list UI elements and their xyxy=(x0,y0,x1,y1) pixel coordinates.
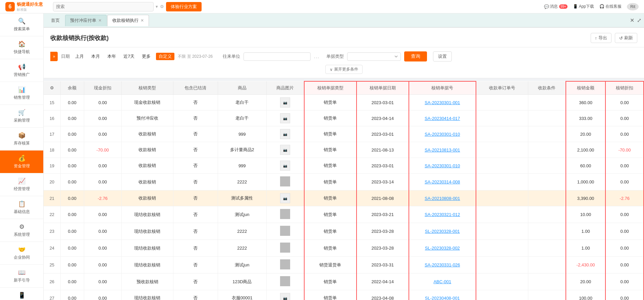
sidebar-item-快捷导航[interactable]: 🏠 快捷导航 xyxy=(0,36,43,59)
tab-close-icon[interactable]: ✕ xyxy=(141,18,144,23)
bill-no-link[interactable]: SA-20230331-026 xyxy=(425,262,460,267)
cell-核销类型: 预收款核销 xyxy=(121,273,173,290)
cell-核销单据类型: 销货单 xyxy=(304,273,357,290)
sidebar-icon: 🔍 xyxy=(18,17,25,25)
date-last-month[interactable]: 上月 xyxy=(73,53,86,60)
sidebar-item-经营管理[interactable]: 📈 经营管理 xyxy=(0,173,43,196)
tab-预付冲应付单[interactable]: 预付冲应付单 ✕ xyxy=(65,15,107,26)
bill-no-link[interactable]: SA-20210813-001 xyxy=(425,147,460,153)
bill-no-link[interactable]: SL-20230328-001 xyxy=(425,229,460,234)
cell-核销单据日期: 2022-04-14 xyxy=(357,273,409,290)
product-image-placeholder: 📷 xyxy=(280,293,290,300)
sidebar-item-智能硬件[interactable]: 📱 智能硬件 xyxy=(0,288,43,300)
sidebar-item-系统管理[interactable]: ⚙ 系统管理 xyxy=(0,219,43,242)
tab-home[interactable]: 首页 xyxy=(46,15,64,26)
dropdown-icon[interactable]: ▾ xyxy=(156,4,158,9)
close-tab-icon[interactable]: ✕ xyxy=(630,17,634,24)
bill-no-link[interactable]: SL-20230328-002 xyxy=(425,246,460,251)
sidebar-item-新手引导[interactable]: 📖 新手引导 xyxy=(0,265,43,288)
bill-type-select[interactable] xyxy=(347,52,401,61)
cell-现金折扣: 0.00 xyxy=(84,95,121,111)
table-row: 230.000.00现结收款核销否2222销货单2023-03-28SL-202… xyxy=(44,223,644,240)
cell-包含已结清: 否 xyxy=(173,190,218,206)
filter-toggle-button[interactable]: » xyxy=(50,52,58,61)
query-button[interactable]: 查询 xyxy=(404,51,427,61)
date-custom[interactable]: 自定义 xyxy=(156,53,174,60)
product-image-thumbnail xyxy=(280,176,290,186)
tab-收款核销执行[interactable]: 收款核销执行 ✕ xyxy=(107,15,149,26)
sidebar-item-营销推广[interactable]: 📢 营销推广 xyxy=(0,59,43,82)
sidebar-item-采购管理[interactable]: 🛒 采购管理 xyxy=(0,105,43,128)
bill-no-link[interactable]: SA-20230321-012 xyxy=(425,212,460,217)
filter-bar: » 日期 上月 本月 本年 近7天 更多 自定义 不限 至 2023-07-26… xyxy=(44,47,644,78)
tab-close-icon[interactable]: ✕ xyxy=(98,18,102,23)
cell-核销单据日期: 2023-03-14 xyxy=(357,174,409,190)
from-unit-input[interactable] xyxy=(244,52,311,61)
col-header-核销单据号: 核销单据号 xyxy=(409,81,476,95)
setting-button[interactable]: 设置 xyxy=(433,51,452,61)
bill-no-link[interactable]: SA-20210808-001 xyxy=(425,196,460,201)
cell-收款单订单号 xyxy=(476,240,528,257)
col-header-现金折扣: 现金折扣 xyxy=(84,81,121,95)
sidebar-item-搜索菜单[interactable]: 🔍 搜索菜单 xyxy=(0,13,43,36)
date-this-year[interactable]: 本年 xyxy=(105,53,118,60)
col-header-收款条件: 收款条件 xyxy=(528,81,566,95)
bill-no-link[interactable]: SA-20230414-017 xyxy=(425,116,460,121)
date-more[interactable]: 更多 xyxy=(140,53,153,60)
table-row: 270.000.00现结收款核销否衣服00001📷销货单2023-04-08SL… xyxy=(44,290,644,300)
message-icon-btn[interactable]: 💬 消息 99+ xyxy=(544,4,568,9)
user-avatar[interactable]: Rit xyxy=(627,3,639,10)
sidebar-item-基础信息[interactable]: 📋 基础信息 xyxy=(0,196,43,219)
app-name: 畅捷通好生意 xyxy=(17,1,43,7)
settings-icon[interactable]: ⚙ xyxy=(160,4,164,9)
date-this-month[interactable]: 本月 xyxy=(89,53,102,60)
cell-核销单据类型: 销货单 xyxy=(304,190,357,206)
solution-button[interactable]: 体验行业方案 xyxy=(166,2,202,11)
cell-核销单据号: SA-20230331-026 xyxy=(409,257,476,273)
bill-no-link[interactable]: SA-20230301-010 xyxy=(425,132,460,137)
bill-no-link[interactable]: SA-20230301-001 xyxy=(425,100,460,105)
sidebar-item-企业协同[interactable]: 🤝 企业协同 xyxy=(0,242,43,265)
cell-核销单据日期: 2023-03-01 xyxy=(357,126,409,142)
bill-no-link[interactable]: SA-20230314-008 xyxy=(425,179,460,184)
cell-核销单据日期: 2021-08-08 xyxy=(357,190,409,206)
online-service-btn[interactable]: 🎧 在线客服 xyxy=(599,4,622,9)
cell-包含已结清: 否 xyxy=(173,223,218,240)
app-download-btn[interactable]: 📱 App下载 xyxy=(573,4,594,9)
date-7days[interactable]: 近7天 xyxy=(121,53,137,60)
cell-收款条件 xyxy=(528,223,566,240)
top-bar-actions: 💬 消息 99+ 📱 App下载 🎧 在线客服 Rit xyxy=(544,3,639,10)
cell-商品图片: 📷 xyxy=(266,142,304,158)
col-header-核销折扣: 核销折扣 xyxy=(605,81,644,95)
cell-收款单订单号 xyxy=(476,290,528,300)
sidebar: 🔍 搜索菜单🏠 快捷导航📢 营销推广📊 销售管理🛒 采购管理📦 库存核算💰 资金… xyxy=(0,13,44,300)
expand-conditions-button[interactable]: ∨ 展开更多条件 xyxy=(325,65,363,74)
cell-核销单据类型: 销货单 xyxy=(304,223,357,240)
cell-商品: 2222 xyxy=(218,174,266,190)
bill-no-link[interactable]: ABC-001 xyxy=(433,279,451,284)
cell-核销单据类型: 销货单 xyxy=(304,95,357,111)
sidebar-icon: 📖 xyxy=(18,269,25,276)
export-button[interactable]: ↑ 导出 xyxy=(591,33,612,43)
cell-核销单据类型: 销货单 xyxy=(304,290,357,300)
cell-余额: 0.00 xyxy=(60,174,84,190)
sidebar-icon: 📢 xyxy=(18,63,25,71)
sidebar-item-销售管理[interactable]: 📊 销售管理 xyxy=(0,82,43,105)
cell-收款条件 xyxy=(528,95,566,111)
gear-icon[interactable]: ⚙ xyxy=(50,85,54,90)
page-title: 收款核销执行(按收款) xyxy=(50,34,109,42)
table-container: ⚙余额现金折扣核销类型包含已结清商品商品图片核销单据类型核销单据日期核销单据号收… xyxy=(44,81,644,300)
bill-no-link[interactable]: SL-20230408-001 xyxy=(425,296,460,300)
sidebar-item-资金管理[interactable]: 💰 资金管理 xyxy=(0,151,43,173)
search-input[interactable] xyxy=(53,2,154,11)
cell-现金折扣: 0.00 xyxy=(84,158,121,174)
expand-tab-icon[interactable]: ⤢ xyxy=(637,17,641,24)
cell-核销单据日期: 2021-08-13 xyxy=(357,142,409,158)
cell-现金折扣: 0.00 xyxy=(84,174,121,190)
bill-no-link[interactable]: SA-20230301-010 xyxy=(425,163,460,168)
sidebar-item-库存核算[interactable]: 📦 库存核算 xyxy=(0,128,43,151)
refresh-button[interactable]: ↺ 刷新 xyxy=(615,33,637,43)
cell-包含已结清: 否 xyxy=(173,158,218,174)
from-unit-label: 往来单位 xyxy=(223,53,240,59)
cell-index: 23 xyxy=(44,223,60,240)
